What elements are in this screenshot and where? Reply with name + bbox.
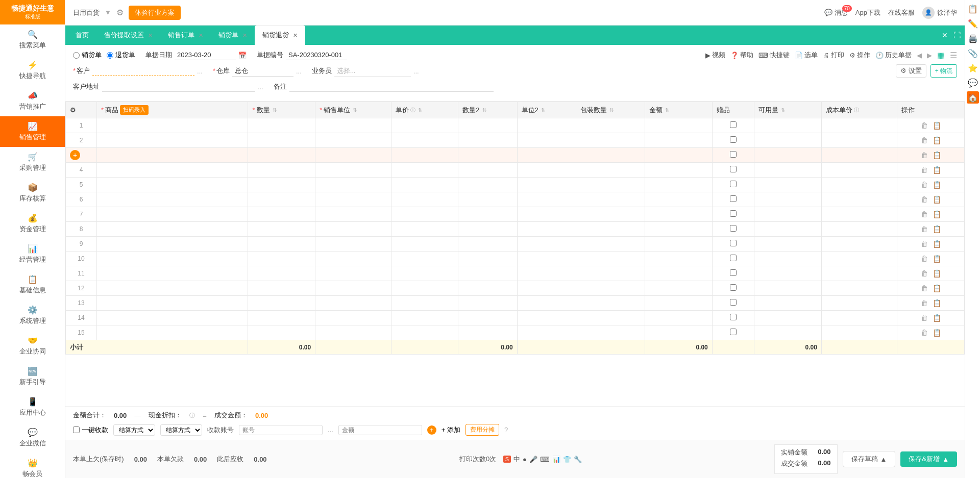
sort-icon[interactable]: ⇅ [418,107,422,113]
sort-icon[interactable]: ⇅ [781,107,785,113]
pkg-qty-cell[interactable] [576,148,645,163]
cost-unit-cell[interactable] [821,118,897,133]
right-panel-btn-4[interactable]: 📎 [967,47,979,59]
right-panel-btn-7[interactable]: 🏠 [967,91,979,104]
tool-icon-3[interactable]: 🎤 [529,456,537,463]
tool-icon-6[interactable]: 👕 [563,456,571,463]
copy-btn[interactable]: 📋 [932,328,942,338]
delete-btn[interactable]: 🗑 [920,328,929,338]
add-logistics-btn[interactable]: + 物流 [930,64,957,78]
save-draft-btn[interactable]: 保存草稿 ▲ [843,451,896,467]
copy-btn[interactable]: 📋 [932,180,942,190]
gift-checkbox[interactable] [730,299,737,306]
copy-btn[interactable]: 📋 [932,209,942,219]
nav-next-icon[interactable]: ▶ [927,52,932,59]
one-click-pay-checkbox[interactable]: 一键收款 [73,425,108,435]
split-cost-btn[interactable]: 费用分摊 [465,424,499,436]
radio-input-sales[interactable] [73,52,80,59]
pkg-qty-cell[interactable] [576,118,645,133]
sales-unit-cell[interactable] [315,148,391,163]
gift-checkbox[interactable] [730,314,737,320]
cost-unit-cell[interactable] [821,133,897,148]
gift-checkbox[interactable] [730,166,737,172]
tool-icon-4[interactable]: ⌨ [540,456,550,463]
sidebar-item-basic-info[interactable]: 📋 基础信息 [0,269,65,300]
tab-sales[interactable]: 销货单 ✕ [211,26,255,45]
tab-home[interactable]: 首页 [68,26,96,45]
qty2-cell[interactable] [458,133,517,148]
copy-btn[interactable]: 📋 [932,239,942,249]
gift-checkbox[interactable] [730,181,737,187]
tool-icon-5[interactable]: 📊 [552,456,560,463]
sort-icon[interactable]: ⇅ [665,107,669,113]
delete-btn[interactable]: 🗑 [920,224,929,234]
delete-btn[interactable]: 🗑 [920,239,929,249]
copy-btn[interactable]: 📋 [932,313,942,323]
sidebar-item-enterprise[interactable]: 🤝 企业协同 [0,331,65,361]
sidebar-item-finance[interactable]: 💰 资金管理 [0,208,65,239]
tool-icon-7[interactable]: 🔧 [574,456,582,463]
address-input[interactable] [102,82,255,92]
right-panel-btn-5[interactable]: ⭐ [967,62,979,74]
amount-input[interactable] [338,425,422,435]
gift-checkbox[interactable] [730,136,737,143]
split-question-icon[interactable]: ? [504,426,508,434]
scan-input-btn[interactable]: 扫码录入 [120,105,149,115]
sidebar-item-purchase[interactable]: 🛒 采购管理 [0,147,65,178]
gift-checkbox[interactable] [730,121,737,128]
gift-checkbox[interactable] [730,329,737,335]
message-badge[interactable]: 💬 70 消息 [824,8,848,17]
shortcut-link[interactable]: ⌨ 快捷键 [758,51,790,60]
delete-btn[interactable]: 🗑 [920,120,929,131]
amount-cell[interactable] [645,118,712,133]
warehouse-input[interactable]: 总仓 [232,65,293,77]
copy-btn[interactable]: 📋 [932,254,942,264]
unit-price-cell[interactable] [391,148,458,163]
gift-checkbox[interactable] [730,240,737,246]
add-payment-btn[interactable]: + [427,425,436,435]
delete-btn[interactable]: 🗑 [920,283,929,293]
delete-btn[interactable]: 🗑 [920,150,929,160]
tab-close-all-btn[interactable]: ✕ [940,30,949,41]
available-cell[interactable] [754,118,822,133]
video-link[interactable]: ▶ 视频 [705,51,725,60]
gift-checkbox[interactable] [730,195,737,202]
sidebar-item-new-guide[interactable]: 🆕 新手引导 [0,361,65,392]
product-cell-active[interactable] [96,148,248,163]
tool-icon-1[interactable]: 中 [513,455,520,464]
sidebar-item-inventory[interactable]: 📦 库存核算 [0,178,65,208]
copy-btn[interactable]: 📋 [932,268,942,279]
date-input[interactable]: 2023-03-20 [175,50,236,60]
save-new-btn[interactable]: 保存&新增 ▲ [900,451,957,467]
sort-icon[interactable]: ⇅ [273,107,277,113]
gift-checkbox[interactable] [730,151,737,158]
sort-icon[interactable]: ⇅ [353,107,357,113]
list-view-icon[interactable]: ☰ [950,51,957,60]
discount-info-icon[interactable]: ⓘ [189,412,195,419]
right-panel-btn-1[interactable]: 📋 [967,3,979,15]
dropdown-icon[interactable]: ▼ [105,9,111,16]
copy-btn[interactable]: 📋 [932,165,942,175]
copy-btn[interactable]: 📋 [932,224,942,234]
product-cell[interactable] [96,133,248,148]
unit2-cell[interactable] [517,133,576,148]
unit-price-cell[interactable] [391,118,458,133]
delete-btn[interactable]: 🗑 [920,165,929,175]
amount-cell[interactable] [645,133,712,148]
amount-cell[interactable] [645,148,712,163]
add-row-btn[interactable]: + [70,150,80,160]
customer-input[interactable] [92,66,194,76]
tool-icon-2[interactable]: ● [523,456,527,463]
online-service-link[interactable]: 在线客服 [888,8,915,17]
sidebar-item-sales[interactable]: 📈 销售管理 [0,116,65,147]
settlement-select[interactable]: 结算方式 [113,424,155,436]
print-link[interactable]: 🖨 打印 [823,51,844,60]
sidebar-item-wechat[interactable]: 💬 企业微信 [0,422,65,453]
unit-price-cell[interactable] [391,133,458,148]
gift-cell[interactable] [712,118,754,133]
sort-icon[interactable]: ⇅ [541,107,545,113]
tab-close-icon[interactable]: ✕ [199,32,203,39]
gift-checkbox[interactable] [730,255,737,261]
sales-unit-cell[interactable] [315,118,391,133]
qty-cell[interactable] [248,148,315,163]
